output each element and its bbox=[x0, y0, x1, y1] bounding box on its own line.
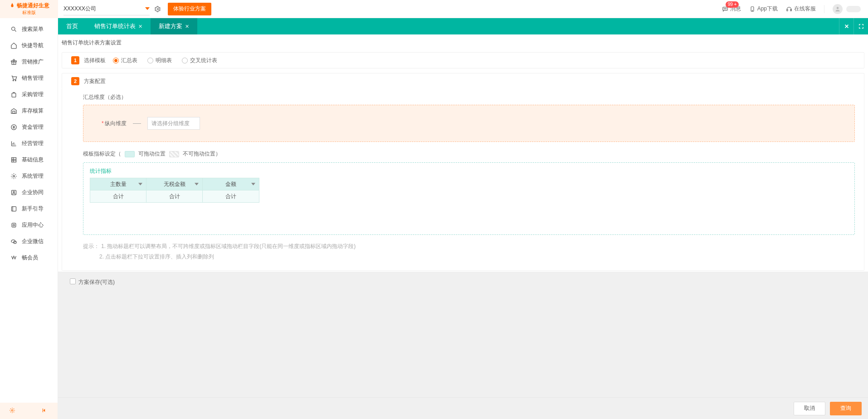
svg-point-24 bbox=[13, 224, 15, 226]
svg-point-9 bbox=[837, 7, 839, 9]
sidebar-item-apps[interactable]: 应用中心 bbox=[0, 217, 58, 233]
sidebar-item-search[interactable]: 搜索菜单 bbox=[0, 21, 58, 37]
step2-title: 方案配置 bbox=[84, 78, 106, 85]
legend-draggable-label: 可拖动位置 bbox=[138, 150, 166, 158]
indicator-column-header[interactable]: 金额 bbox=[203, 178, 259, 190]
close-icon[interactable]: ✕ bbox=[185, 24, 189, 29]
indicator-column-header[interactable]: 主数量 bbox=[90, 178, 146, 190]
sidebar-item-guide[interactable]: 新手引导 bbox=[0, 200, 58, 217]
page-title: 销售订单统计表方案设置 bbox=[58, 34, 868, 51]
sidebar-item-label: 新手引导 bbox=[22, 205, 44, 213]
indicator-subtotal-cell: 合计 bbox=[146, 190, 203, 202]
tab[interactable]: 首页 bbox=[58, 18, 86, 34]
svg-rect-8 bbox=[790, 9, 791, 10]
dimension-placeholder: 请选择分组维度 bbox=[151, 120, 190, 127]
sidebar-item-label: 经营管理 bbox=[22, 140, 44, 147]
template-radio[interactable]: 明细表 bbox=[147, 57, 172, 64]
svg-point-0 bbox=[157, 8, 159, 10]
trial-industry-button[interactable]: 体验行业方案 bbox=[168, 3, 211, 15]
messages-button[interactable]: 99 + 消息 bbox=[722, 5, 741, 13]
dimension-select[interactable]: 请选择分组维度 bbox=[147, 117, 200, 130]
chevron-down-icon[interactable] bbox=[251, 183, 255, 185]
dimension-field-label: *纵向维度 bbox=[102, 120, 127, 127]
indicator-column-label: 无税金额 bbox=[164, 180, 185, 188]
svg-point-13 bbox=[13, 80, 14, 81]
home-icon bbox=[10, 42, 17, 49]
dimension-dropzone: *纵向维度 请选择分组维度 bbox=[83, 105, 855, 142]
sidebar-item-bag[interactable]: 采购管理 bbox=[0, 86, 58, 102]
brand-logo-icon bbox=[9, 2, 16, 10]
indicator-subtotal-cell: 合计 bbox=[203, 190, 259, 202]
cart-icon bbox=[10, 74, 17, 82]
logo-area: 畅捷通好生意 标准版 bbox=[0, 0, 58, 18]
collapse-sidebar-icon[interactable] bbox=[41, 407, 49, 414]
grid-icon bbox=[10, 156, 17, 163]
company-name: XXXXXX公司 bbox=[63, 5, 96, 13]
gift-icon bbox=[10, 58, 17, 65]
sidebar-item-label: 企业协同 bbox=[22, 189, 44, 196]
sidebar-item-warehouse[interactable]: 库存核算 bbox=[0, 102, 58, 119]
step1-badge: 1 bbox=[71, 56, 79, 64]
sidebar-item-wechat[interactable]: 企业微信 bbox=[0, 233, 58, 249]
company-settings-icon[interactable] bbox=[154, 5, 161, 13]
content: 销售订单统计表方案设置 1 选择模板 汇总表明细表交叉统计表 2 方案配置 汇总… bbox=[58, 34, 868, 397]
tips: 提示：1. 拖动标题栏可以调整布局，不可跨维度或指标区域拖动栏目字段(只能在同一… bbox=[83, 241, 855, 262]
indicator-column-header[interactable]: 无税金额 bbox=[146, 178, 203, 190]
footer-actions: 取消 查询 bbox=[58, 397, 868, 419]
indicator-column-label: 金额 bbox=[225, 180, 236, 188]
main-area: 首页销售订单统计表✕新建方案✕ 销售订单统计表方案设置 1 选择模板 汇总表明细… bbox=[58, 18, 868, 419]
svg-rect-22 bbox=[11, 206, 16, 211]
close-icon[interactable]: ✕ bbox=[138, 24, 142, 29]
template-radio[interactable]: 交叉统计表 bbox=[182, 57, 217, 64]
close-all-tabs-icon[interactable] bbox=[839, 18, 853, 34]
user-menu[interactable] bbox=[833, 4, 861, 14]
query-button[interactable]: 查询 bbox=[830, 402, 862, 415]
sidebar-item-chart[interactable]: 经营管理 bbox=[0, 135, 58, 151]
coin-icon bbox=[10, 123, 17, 131]
indicator-table: 主数量无税金额金额 合计合计合计 bbox=[90, 178, 259, 203]
step2-badge: 2 bbox=[71, 77, 79, 85]
template-radio[interactable]: 汇总表 bbox=[113, 57, 137, 64]
top-right-actions: 99 + 消息 App下载 在线客服 bbox=[722, 4, 868, 14]
svg-point-14 bbox=[15, 80, 16, 81]
svg-point-6 bbox=[752, 10, 752, 10]
sidebar-item-label: 快捷导航 bbox=[22, 42, 44, 49]
sidebar-item-cart[interactable]: 销售管理 bbox=[0, 70, 58, 86]
fullscreen-icon[interactable] bbox=[853, 18, 868, 34]
chevron-down-icon bbox=[145, 7, 150, 10]
messages-badge: 99 + bbox=[726, 1, 739, 8]
save-scheme-checkbox[interactable] bbox=[70, 278, 76, 284]
dimension-section-label: 汇总维度（必选） bbox=[83, 93, 855, 101]
app-download-button[interactable]: App下载 bbox=[749, 5, 778, 13]
sidebar-item-label: 库存核算 bbox=[22, 107, 44, 115]
chevron-down-icon[interactable] bbox=[195, 183, 199, 185]
tab[interactable]: 新建方案✕ bbox=[151, 18, 197, 34]
sidebar-footer bbox=[0, 403, 58, 419]
sidebar-item-grid[interactable]: 基础信息 bbox=[0, 151, 58, 168]
phone-icon bbox=[749, 6, 756, 12]
sidebar-item-gift[interactable]: 营销推广 bbox=[0, 54, 58, 70]
tab-label: 首页 bbox=[66, 22, 78, 30]
sidebar-item-gear[interactable]: 系统管理 bbox=[0, 168, 58, 184]
sidebar-item-team[interactable]: 企业协同 bbox=[0, 184, 58, 200]
indicator-legend: 模板指标设定（ 可拖动位置 不可拖动位置） bbox=[83, 150, 855, 158]
avatar-icon bbox=[833, 4, 843, 14]
legend-prefix: 模板指标设定（ bbox=[83, 150, 121, 158]
cancel-button[interactable]: 取消 bbox=[794, 402, 825, 415]
svg-rect-28 bbox=[43, 409, 43, 412]
radio-dot-icon bbox=[113, 58, 119, 63]
svg-rect-16 bbox=[13, 111, 15, 113]
sidebar-item-label: 搜索菜单 bbox=[22, 25, 44, 33]
support-button[interactable]: 在线客服 bbox=[786, 5, 816, 13]
sidebar-item-home[interactable]: 快捷导航 bbox=[0, 37, 58, 54]
tab[interactable]: 销售订单统计表✕ bbox=[86, 18, 151, 34]
sidebar-item-vip[interactable]: 畅会员 bbox=[0, 249, 58, 266]
user-name-placeholder bbox=[846, 6, 861, 12]
svg-point-10 bbox=[11, 27, 15, 30]
vip-icon bbox=[10, 254, 17, 261]
chevron-down-icon[interactable] bbox=[138, 183, 142, 185]
radio-dot-icon bbox=[182, 58, 188, 63]
company-select[interactable]: XXXXXX公司 bbox=[63, 3, 150, 15]
sidebar-item-coin[interactable]: 资金管理 bbox=[0, 119, 58, 135]
settings-icon[interactable] bbox=[9, 407, 16, 414]
